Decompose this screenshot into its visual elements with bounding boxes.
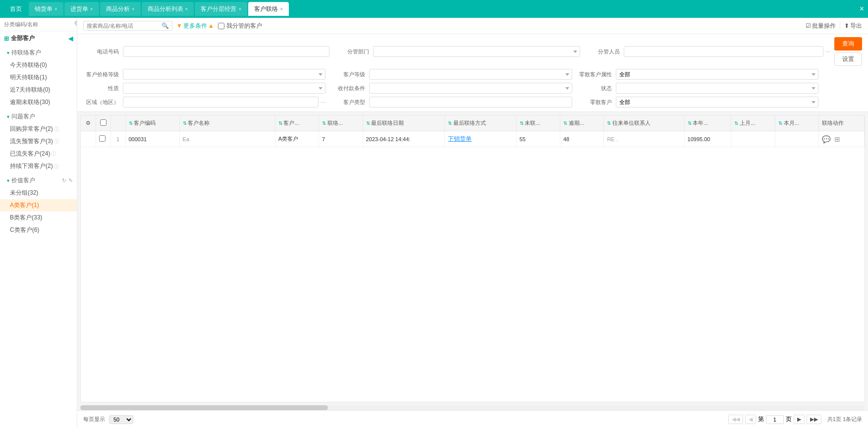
nav-tab-customer-segment[interactable]: 客户分层经营 × (195, 2, 247, 16)
sidebar-item-tomorrow-contact[interactable]: 明天待联络(1) (0, 71, 77, 84)
chat-action-icon[interactable]: 💬 (822, 135, 830, 143)
scrollbar-thumb[interactable] (80, 405, 328, 410)
sidebar-item-churned[interactable]: 已流失客户(24) ⓘ (0, 148, 77, 160)
customer-level-select[interactable] (369, 69, 572, 80)
dept-select[interactable] (373, 46, 580, 57)
customer-level-label: 客户等级 (329, 71, 369, 78)
first-page-btn[interactable]: ◀◀ (728, 415, 743, 424)
sidebar-item-declining[interactable]: 持续下滑客户(2) ⓘ (0, 160, 77, 172)
prev-page-btn[interactable]: ◀ (745, 415, 756, 424)
all-customers-header: ⊞ 全部客户 ◀ (0, 31, 77, 46)
nav-tab-product-analysis[interactable]: 商品分析 × (100, 2, 141, 16)
close-tab-customer-segment[interactable]: × (238, 6, 241, 12)
payment-select[interactable] (369, 83, 572, 94)
more-conditions-btn[interactable]: ▼ 更多条件 ▲ (176, 22, 214, 30)
sidebar-item-7days-contact[interactable]: 近7天待联络(0) (0, 84, 77, 96)
current-year-column-header[interactable]: 本年... (684, 115, 731, 131)
checkbox-icon: ☑ (806, 22, 811, 29)
info-icon4: ⓘ (54, 163, 59, 170)
row-checkbox[interactable] (99, 135, 106, 142)
unit-contact-cell: RE . (604, 131, 684, 147)
status-select[interactable] (616, 83, 818, 94)
nav-tab-purchase[interactable]: 进货单 × (64, 2, 99, 16)
last-contact-method-column-header[interactable]: 最后联络方式 (445, 115, 516, 131)
nav-tab-sales[interactable]: 销货单 × (29, 2, 63, 16)
unit-contact-column-header[interactable]: 往来单位联系人 (604, 115, 684, 131)
price-level-select[interactable] (123, 69, 326, 80)
data-table: ⚙ 客户编码 客户名称 客户... 联络... 最后联络日期 最后联络方式 未联… (81, 115, 865, 147)
last-month-cell (731, 131, 775, 147)
window-close-button[interactable]: × (860, 4, 864, 13)
person-input[interactable] (624, 46, 823, 57)
nav-tab-product-analysis-list[interactable]: 商品分析列表 × (142, 2, 194, 16)
sidebar-item-c-customers[interactable]: C类客户(6) (0, 224, 77, 236)
last-month-column-header[interactable]: 上月... (731, 115, 775, 131)
customer-type-label: 客户类型 (329, 99, 369, 106)
code-column-header[interactable]: 客户编码 (125, 115, 179, 131)
contact-count-cell: 7 (319, 131, 363, 147)
grid-action-icon[interactable]: ⊞ (834, 135, 840, 143)
category-problem-customers-title[interactable]: ▼ 问题客户 (0, 110, 77, 123)
retail-attr-select[interactable]: 全部 (616, 69, 818, 80)
last-page-btn[interactable]: ▶▶ (807, 415, 821, 424)
sidebar-item-ungrouped[interactable]: 未分组(32) (0, 187, 77, 199)
retail-customer-select[interactable]: 全部 (616, 97, 818, 107)
person-dots[interactable]: ··· (825, 48, 830, 55)
name-column-header[interactable]: 客户名称 (179, 115, 275, 131)
nav-tab-home[interactable]: 首页 (4, 2, 28, 16)
next-page-btn[interactable]: ▶ (794, 415, 805, 424)
arrow-icon: ▼ (6, 51, 10, 55)
region-dots[interactable]: ··· (321, 99, 326, 106)
query-button[interactable]: 查询 (834, 37, 862, 51)
page-number-input[interactable] (766, 415, 784, 424)
gear-column-header[interactable]: ⚙ (81, 115, 96, 131)
top-nav: 首页 销货单 × 进货单 × 商品分析 × 商品分析列表 × 客户分层经营 × … (0, 0, 868, 18)
category-pending-contact-title[interactable]: ▼ 待联络客户 (0, 47, 77, 59)
info-icon3: ⓘ (51, 151, 56, 158)
sidebar-item-churn-warning[interactable]: 流失预警客户(3) ⓘ (0, 135, 77, 148)
export-btn[interactable]: ⬆ 导出 (844, 22, 862, 30)
sidebar-search-container: 🔍 (0, 18, 77, 31)
this-month-column-header[interactable]: 本月... (775, 115, 818, 131)
last-contact-date-column-header[interactable]: 最后联络日期 (363, 115, 445, 131)
close-tab-product-analysis-list[interactable]: × (185, 6, 188, 12)
nature-select[interactable] (123, 83, 326, 94)
nav-tab-customer-contact[interactable]: 客户联络 × (248, 2, 289, 16)
category-value-customers-title[interactable]: ▼ 价值客户 ↻ ✎ (0, 174, 77, 187)
filter-status: 状态 (576, 83, 818, 94)
sidebar-item-today-contact[interactable]: 今天待联络(0) (0, 59, 77, 71)
customer-type-input[interactable] (369, 97, 572, 107)
overdue-column-header[interactable]: 逾期... (560, 115, 604, 131)
settings-button[interactable]: 设置 (834, 53, 862, 66)
region-input[interactable] (123, 97, 319, 107)
category-pending-contact: ▼ 待联络客户 今天待联络(0) 明天待联络(1) 近7天待联络(0) 逾期未联… (0, 46, 77, 109)
no-contact-days-column-header[interactable]: 未联... (516, 115, 560, 131)
close-tab-product-analysis[interactable]: × (132, 6, 135, 12)
sidebar-item-repurchase-abnormal[interactable]: 回购异常客户(2) ⓘ (0, 123, 77, 135)
close-tab-customer-contact[interactable]: × (280, 6, 283, 12)
my-customers-checkbox[interactable] (218, 23, 224, 29)
select-all-checkbox[interactable] (100, 119, 107, 126)
sidebar-item-b-customers[interactable]: B类客户(33) (0, 212, 77, 224)
category-column-header[interactable]: 客户... (275, 115, 319, 131)
batch-op-btn[interactable]: ☑ 批量操作 (806, 22, 836, 30)
arrow-icon3: ▼ (6, 178, 10, 183)
filter-retail-attr: 零散客户属性 全部 (576, 69, 818, 80)
sidebar-item-a-customers[interactable]: A类客户(1) (0, 199, 77, 212)
refresh-icon[interactable]: ↻ (62, 177, 66, 184)
close-tab-sales[interactable]: × (54, 6, 57, 12)
phone-input[interactable] (123, 46, 329, 57)
my-customers-checkbox-label[interactable]: 我分管的客户 (218, 22, 262, 30)
no-contact-days-cell: 55 (516, 131, 560, 147)
per-page-select[interactable]: 50 100 200 (109, 415, 133, 424)
filter-search-icon[interactable]: 🔍 (162, 22, 169, 29)
sidebar-collapse-icon[interactable]: ◀ (68, 35, 73, 42)
filter-search-input[interactable] (87, 23, 160, 29)
horizontal-scrollbar[interactable] (80, 405, 865, 410)
contact-count-column-header[interactable]: 联络... (319, 115, 363, 131)
edit-icon[interactable]: ✎ (68, 177, 73, 184)
sidebar-search-input[interactable] (4, 21, 72, 27)
sidebar-item-overdue-contact[interactable]: 逾期未联络(30) (0, 96, 77, 108)
close-tab-purchase[interactable]: × (90, 6, 93, 12)
contact-method-link[interactable]: 下销货单 (448, 135, 472, 142)
